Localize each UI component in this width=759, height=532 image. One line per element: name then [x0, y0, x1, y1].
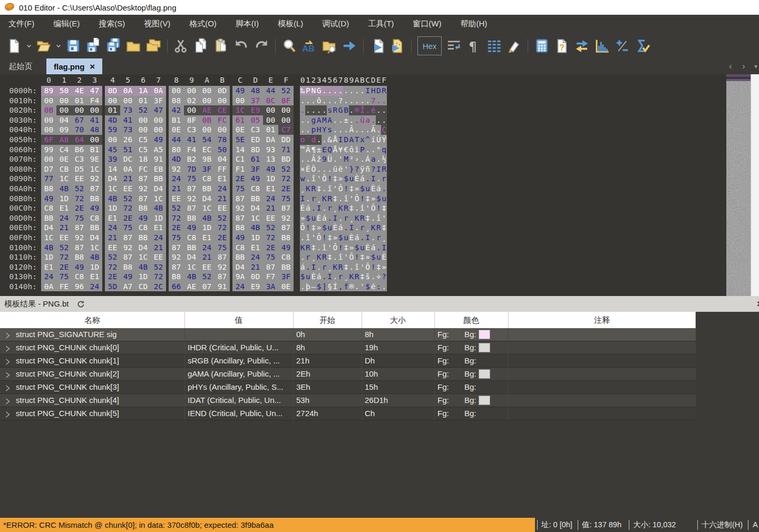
hex-byte[interactable]: 0A [120, 86, 135, 96]
hex-byte[interactable]: 21 [248, 262, 263, 272]
ascii-char[interactable]: Ô [300, 223, 305, 233]
hex-byte[interactable]: 61 [232, 115, 248, 125]
ascii-char[interactable]: . [327, 96, 332, 106]
ascii-char[interactable]: . [376, 105, 381, 115]
hex-byte[interactable]: 41 [87, 115, 102, 125]
hex-byte[interactable]: F4 [87, 96, 102, 106]
hex-byte[interactable]: B6 [72, 145, 87, 155]
ascii-char[interactable]: á [359, 174, 365, 184]
hex-byte[interactable]: 00 [105, 135, 120, 145]
ascii-char[interactable]: . [338, 115, 343, 125]
expand-chevron-icon[interactable] [5, 344, 10, 353]
hex-byte[interactable]: EB [151, 164, 166, 174]
hex-byte[interactable]: 3F [278, 272, 294, 282]
hex-byte[interactable]: EE [263, 213, 278, 223]
ascii-char[interactable]: î [359, 203, 365, 213]
hex-byte[interactable]: 3F [199, 164, 215, 174]
ascii-char[interactable]: Ô [371, 203, 376, 213]
ascii-char[interactable]: u [343, 233, 348, 243]
hex-byte[interactable]: 0B [199, 115, 215, 125]
hex-byte[interactable]: 05 [248, 115, 263, 125]
ascii-char[interactable]: î [343, 194, 348, 204]
hex-byte[interactable]: 87 [232, 213, 248, 223]
ascii-char[interactable]: E [322, 145, 327, 155]
ascii-char[interactable]: N [311, 86, 316, 96]
ascii-char[interactable]: ? [371, 164, 376, 174]
hex-byte[interactable]: D5 [72, 164, 87, 174]
ascii-char[interactable]: Å [333, 145, 338, 155]
ascii-char[interactable]: Ô [322, 174, 327, 184]
hex-byte[interactable]: 4D [169, 154, 184, 164]
hex-byte[interactable]: 72 [263, 233, 278, 243]
ascii-char[interactable]: . [316, 164, 322, 174]
ascii-char[interactable]: . [327, 164, 332, 174]
ascii-char[interactable]: . [300, 233, 305, 243]
ascii-char[interactable]: ¸ [365, 223, 371, 233]
hex-byte[interactable]: 00 [56, 105, 72, 115]
column-separator[interactable] [362, 312, 362, 328]
ascii-char[interactable]: G [338, 105, 343, 115]
hex-byte[interactable]: E1 [151, 223, 166, 233]
hex-byte[interactable]: D4 [135, 243, 151, 253]
undo-button[interactable] [231, 36, 251, 56]
hex-byte[interactable]: E1 [215, 174, 230, 184]
ascii-char[interactable]: š [365, 272, 371, 282]
ascii-char[interactable]: î [338, 252, 343, 262]
swap-bytes-button[interactable] [572, 36, 592, 56]
open-recent-folder-button[interactable] [143, 36, 163, 56]
hex-byte[interactable]: 87 [278, 203, 294, 213]
ascii-char[interactable]: á [338, 223, 343, 233]
hex-byte[interactable]: C4 [56, 145, 72, 155]
hex-byte[interactable]: 1D [248, 233, 263, 243]
ascii-char[interactable]: . [371, 115, 376, 125]
ascii-char[interactable]: 9 [322, 154, 327, 164]
ascii-char[interactable]: I [316, 203, 322, 213]
hex-byte[interactable]: D4 [248, 203, 263, 213]
hex-byte[interactable]: 01 [72, 96, 87, 106]
ascii-char[interactable]: » [381, 262, 386, 272]
ascii-char[interactable]: . [316, 105, 322, 115]
ascii-char[interactable]: . [305, 125, 310, 135]
hex-byte[interactable]: 52 [215, 213, 230, 223]
hex-byte[interactable]: 92 [215, 262, 230, 272]
hex-byte[interactable]: 87 [120, 252, 135, 262]
template-row-chunk2[interactable]: struct PNG_CHUNK chunk[2]gAMA (Ancillary… [0, 368, 696, 381]
ascii-char[interactable]: . [322, 96, 327, 106]
hex-byte[interactable]: EE [215, 203, 230, 213]
column-header-1[interactable]: 值 [235, 312, 243, 328]
ascii-char[interactable]: u [305, 272, 310, 282]
hex-byte[interactable]: D4 [232, 262, 248, 272]
ascii-char[interactable]: R [327, 194, 332, 204]
replace-button[interactable]: AB [299, 36, 319, 56]
ascii-char[interactable]: » [316, 223, 322, 233]
hex-byte[interactable]: 00 [56, 96, 72, 106]
ascii-char[interactable]: Ã [371, 125, 376, 135]
ascii-char[interactable]: . [371, 272, 376, 282]
hex-byte[interactable]: 5E [232, 135, 248, 145]
column-mode-button[interactable] [484, 36, 504, 56]
panel-close-icon[interactable]: × [757, 298, 759, 310]
ascii-char[interactable]: » [333, 233, 338, 243]
ascii-char[interactable]: K [322, 194, 327, 204]
ascii-char[interactable]: I [327, 272, 332, 282]
menu-item-scripts[interactable]: 脚本(I) [228, 16, 266, 32]
hex-byte[interactable]: 1C [248, 213, 263, 223]
hex-byte[interactable]: FE [56, 282, 72, 292]
hex-byte[interactable]: 41 [184, 135, 199, 145]
ascii-char[interactable]: ' [327, 243, 332, 253]
ascii-char[interactable]: . [381, 184, 386, 194]
hex-byte[interactable]: 07 [199, 282, 215, 292]
ascii-char[interactable]: ¸ [327, 262, 332, 272]
hex-byte[interactable]: 52 [72, 184, 87, 194]
ascii-char[interactable]: ' [343, 164, 348, 174]
ascii-char[interactable]: ! [354, 252, 359, 262]
ascii-char[interactable]: R [338, 262, 343, 272]
hex-byte[interactable]: 1C [41, 233, 56, 243]
hex-byte[interactable]: 1C [87, 243, 102, 253]
column-separator[interactable] [695, 312, 696, 328]
ascii-char[interactable]: î [376, 213, 381, 223]
hex-byte[interactable]: 1C [105, 184, 120, 194]
hex-byte[interactable]: 0E [56, 154, 72, 164]
ascii-char[interactable]: D [376, 86, 381, 96]
ascii-char[interactable]: . [354, 96, 359, 106]
